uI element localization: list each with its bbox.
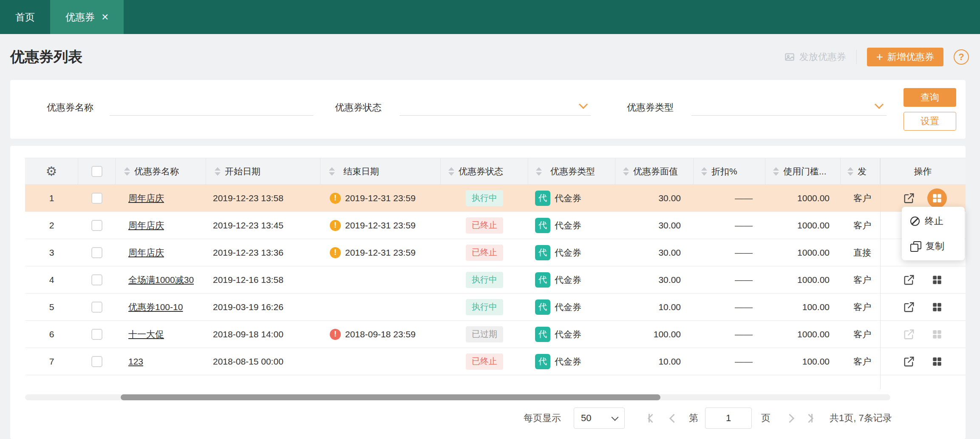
row-checkbox[interactable] bbox=[91, 302, 102, 313]
col-header-channel[interactable]: 发 bbox=[841, 158, 880, 184]
coupon-status-select[interactable] bbox=[399, 96, 591, 116]
sort-icon[interactable] bbox=[536, 167, 542, 176]
table-row[interactable]: 3 周年店庆 2019-12-23 13:36 2019-12-31 23:59… bbox=[25, 239, 966, 266]
row-checkbox[interactable] bbox=[91, 274, 102, 285]
col-header-name[interactable]: 优惠券名称 bbox=[116, 158, 206, 184]
pagination-summary: 共1页, 7条记录 bbox=[830, 412, 892, 425]
table-row[interactable]: 1 周年店庆 2019-12-23 13:58 2019-12-31 23:59… bbox=[25, 185, 966, 212]
face-value-cell: 30.00 bbox=[615, 239, 694, 266]
per-page-select[interactable]: 50 bbox=[574, 408, 625, 429]
coupon-type-chip: 代 bbox=[535, 327, 550, 342]
coupon-table: 优惠券名称 开始日期 结束日期 优惠券状态 优惠券类型 优惠券面值 折扣% 使用… bbox=[25, 158, 966, 375]
table-row[interactable]: 4 全场满1000减30 2019-12-16 13:58 执行中 代代金券 3… bbox=[25, 266, 966, 294]
external-link-icon[interactable] bbox=[899, 352, 919, 371]
coupon-type-cell: 代代金券 bbox=[528, 348, 615, 375]
status-badge: 已过期 bbox=[466, 326, 503, 342]
coupon-name-link[interactable]: 十一大促 bbox=[128, 328, 164, 340]
table-card: 优惠券名称 开始日期 结束日期 优惠券状态 优惠券类型 优惠券面值 折扣% 使用… bbox=[10, 146, 966, 439]
sort-icon[interactable] bbox=[448, 167, 454, 176]
row-checkbox[interactable] bbox=[91, 220, 102, 231]
row-actions bbox=[880, 266, 966, 293]
row-context-menu: 终止 复制 bbox=[902, 207, 965, 260]
tab-coupon[interactable]: 优惠券 × bbox=[50, 0, 124, 34]
coupon-name-input[interactable] bbox=[110, 96, 313, 116]
horizontal-scrollbar-thumb[interactable] bbox=[121, 394, 660, 400]
end-date-cell: 2018-09-18 23:59 bbox=[320, 321, 441, 348]
exclamation-icon bbox=[330, 193, 341, 204]
coupon-type-cell: 代代金券 bbox=[528, 266, 615, 293]
sort-icon[interactable] bbox=[215, 167, 221, 176]
last-page-button[interactable] bbox=[806, 414, 813, 422]
distribute-coupon-button[interactable]: 发放优惠券 bbox=[784, 51, 846, 63]
col-header-threshold[interactable]: 使用门槛... bbox=[765, 158, 841, 184]
search-button[interactable]: 查询 bbox=[904, 88, 956, 107]
sort-icon[interactable] bbox=[847, 167, 853, 176]
end-date-cell: 2019-12-31 23:59 bbox=[320, 212, 441, 239]
coupon-type-cell: 代代金券 bbox=[528, 239, 615, 266]
terminate-menu-item[interactable]: 终止 bbox=[902, 208, 965, 234]
grid-menu-icon[interactable] bbox=[927, 270, 947, 290]
table-row[interactable]: 6 十一大促 2018-09-18 14:00 2018-09-18 23:59… bbox=[25, 321, 966, 348]
exclamation-icon bbox=[330, 247, 341, 258]
copy-menu-item[interactable]: 复制 bbox=[902, 234, 965, 259]
col-header-status[interactable]: 优惠券状态 bbox=[441, 158, 528, 184]
coupon-name-link[interactable]: 周年店庆 bbox=[128, 220, 164, 231]
first-page-button[interactable] bbox=[649, 414, 655, 422]
table-row[interactable]: 7 123 2018-08-15 00:00 已终止 代代金券 10.00 ——… bbox=[25, 348, 966, 375]
coupon-type-filter-label: 优惠券类型 bbox=[627, 101, 674, 114]
end-date-cell bbox=[320, 348, 441, 375]
select-all-checkbox[interactable] bbox=[91, 166, 102, 177]
col-header-type[interactable]: 优惠券类型 bbox=[528, 158, 615, 184]
row-checkbox[interactable] bbox=[91, 329, 102, 340]
grid-menu-icon[interactable] bbox=[927, 188, 947, 208]
exclamation-icon bbox=[330, 329, 341, 340]
external-link-icon[interactable] bbox=[899, 188, 919, 208]
status-badge: 已终止 bbox=[466, 217, 503, 234]
close-icon[interactable]: × bbox=[102, 11, 108, 23]
next-page-button[interactable] bbox=[787, 415, 793, 422]
table-row[interactable]: 2 周年店庆 2019-12-23 13:45 2019-12-31 23:59… bbox=[25, 212, 966, 239]
external-link-icon[interactable] bbox=[899, 297, 919, 317]
grid-menu-icon[interactable] bbox=[927, 325, 947, 344]
row-checkbox[interactable] bbox=[91, 356, 102, 367]
col-header-end[interactable]: 结束日期 bbox=[320, 158, 441, 184]
horizontal-scrollbar-track[interactable] bbox=[25, 394, 890, 400]
per-page-value: 50 bbox=[581, 413, 591, 424]
grid-menu-icon[interactable] bbox=[927, 352, 947, 371]
sort-icon[interactable] bbox=[329, 167, 335, 176]
page-number-input[interactable] bbox=[705, 408, 752, 429]
threshold-cell: 1000.00 bbox=[765, 321, 841, 348]
row-checkbox[interactable] bbox=[91, 247, 102, 258]
coupon-type-select[interactable] bbox=[691, 96, 887, 116]
coupon-name-link[interactable]: 全场满1000减30 bbox=[128, 274, 194, 286]
row-index: 3 bbox=[25, 239, 78, 266]
col-header-start[interactable]: 开始日期 bbox=[206, 158, 320, 184]
table-row[interactable]: 5 优惠券100-10 2019-03-19 16:26 执行中 代代金券 10… bbox=[25, 294, 966, 321]
grid-menu-icon[interactable] bbox=[927, 297, 947, 317]
coupon-image-icon bbox=[784, 51, 795, 63]
status-badge: 执行中 bbox=[466, 190, 503, 206]
coupon-name-link[interactable]: 周年店庆 bbox=[128, 192, 164, 204]
row-actions bbox=[880, 321, 966, 348]
sort-icon[interactable] bbox=[124, 167, 130, 176]
gear-icon[interactable] bbox=[46, 165, 57, 178]
coupon-name-filter-label: 优惠券名称 bbox=[47, 101, 93, 114]
col-header-discount[interactable]: 折扣% bbox=[694, 158, 765, 184]
coupon-name-link[interactable]: 周年店庆 bbox=[128, 247, 164, 259]
external-link-icon[interactable] bbox=[899, 325, 919, 344]
external-link-icon[interactable] bbox=[899, 270, 919, 290]
prev-page-button[interactable] bbox=[671, 415, 677, 422]
sort-icon[interactable] bbox=[773, 167, 779, 176]
row-checkbox[interactable] bbox=[91, 193, 102, 204]
coupon-name-link[interactable]: 优惠券100-10 bbox=[128, 301, 183, 313]
question-icon[interactable]: ? bbox=[954, 49, 969, 65]
copy-label: 复制 bbox=[926, 240, 944, 253]
add-coupon-button[interactable]: + 新增优惠券 bbox=[867, 48, 943, 66]
page-suffix-label: 页 bbox=[761, 412, 770, 425]
coupon-name-link[interactable]: 123 bbox=[128, 356, 143, 367]
sort-icon[interactable] bbox=[701, 167, 707, 176]
settings-button[interactable]: 设置 bbox=[904, 112, 956, 131]
sort-icon[interactable] bbox=[623, 167, 629, 176]
tab-home[interactable]: 首页 bbox=[0, 0, 50, 34]
col-header-value[interactable]: 优惠券面值 bbox=[615, 158, 694, 184]
